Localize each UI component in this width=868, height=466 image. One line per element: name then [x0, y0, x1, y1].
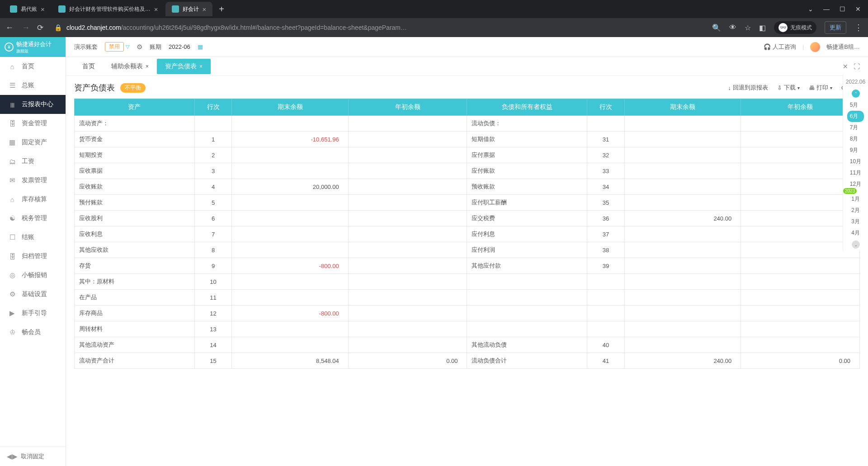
table-row[interactable]: 应收账款 4 20,000.00 预收账款 34 — [75, 179, 860, 195]
cell-begin-balance2 — [741, 258, 860, 274]
app-logo[interactable]: ¥ 畅捷通好会计 旗舰版 — [0, 37, 66, 57]
support-link[interactable]: 🎧 人工咨询 — [764, 43, 796, 51]
cell-begin-balance — [348, 226, 467, 242]
table-row[interactable]: 流动资产合计 15 8,548.04 0.00 流动负债合计 41 240.00… — [75, 353, 860, 369]
close-icon[interactable]: × — [203, 5, 207, 13]
month-item[interactable]: 5月 — [847, 99, 864, 111]
close-icon[interactable]: × — [199, 63, 203, 70]
page-tab[interactable]: 辅助余额表× — [103, 59, 157, 74]
month-item[interactable]: 3月 — [849, 216, 863, 227]
cell-liab: 应付利息 — [467, 226, 587, 242]
cell-begin-balance2 — [741, 321, 860, 337]
table-row[interactable]: 其中：原材料 10 — [75, 274, 860, 290]
reload-icon[interactable]: ⟳ — [37, 23, 43, 33]
bookmark-icon[interactable]: ☆ — [745, 24, 751, 32]
month-item[interactable]: 10月 — [847, 156, 864, 167]
month-item[interactable]: 7月 — [847, 122, 864, 133]
avatar[interactable] — [810, 42, 820, 52]
print-button[interactable]: 🖶打印▾ — [809, 84, 832, 92]
browser-tab-active[interactable]: 好会计 × — [165, 2, 213, 16]
table-row[interactable]: 应收票据 3 应付账款 33 — [75, 163, 860, 179]
sidebar-item[interactable]: 🗂工资 — [0, 152, 66, 171]
close-icon[interactable]: × — [154, 5, 158, 13]
account-name[interactable]: 演示账套 — [74, 43, 98, 51]
sidebar-item[interactable]: ▶新手引导 — [0, 304, 66, 323]
cell-begin-balance — [348, 211, 467, 226]
table-container[interactable]: 资产 行次 期末余额 年初余额 负债和所有者权益 行次 期末余额 年初余额 流动… — [66, 99, 868, 466]
address-bar[interactable]: 🔒 cloud2.chanjet.com/accounting/uh26t264… — [51, 24, 705, 31]
gear-icon[interactable]: ⚙ — [137, 43, 142, 51]
month-item[interactable]: 9月 — [847, 145, 864, 156]
eye-off-icon[interactable]: 👁 — [729, 24, 736, 32]
download-button[interactable]: ⇩下载▾ — [777, 84, 800, 92]
calendar-icon[interactable]: ▦ — [198, 43, 203, 50]
close-window-icon[interactable]: ✕ — [855, 5, 861, 13]
month-item[interactable]: 4月 — [849, 227, 863, 239]
month-item[interactable]: 6月 — [847, 111, 864, 122]
page-tab[interactable]: 首页 — [74, 59, 103, 74]
revert-button[interactable]: ↓回退到原报表 — [728, 84, 769, 92]
minimize-icon[interactable]: ― — [823, 5, 830, 13]
back-icon[interactable]: ← — [5, 23, 14, 33]
extension-icon[interactable]: ◧ — [759, 24, 766, 32]
scroll-down-icon[interactable]: ⌄ — [852, 240, 860, 249]
scroll-up-icon[interactable]: ⌃ — [852, 89, 860, 98]
table-row[interactable]: 存货 9 -800.00 其他应付款 39 — [75, 258, 860, 274]
sidebar-item[interactable]: 🗄资金管理 — [0, 114, 66, 133]
sidebar-item[interactable]: ☐结账 — [0, 228, 66, 247]
cell-asset: 其他应收款 — [75, 242, 195, 258]
table-row[interactable]: 短期投资 2 应付票据 32 — [75, 147, 860, 163]
update-button[interactable]: 更新 — [825, 21, 846, 34]
chevron-down-icon[interactable]: ▽ — [126, 44, 129, 50]
table-row[interactable]: 其他流动资产 14 其他流动负债 40 — [75, 337, 860, 353]
sidebar-item[interactable]: ▦固定资产 — [0, 133, 66, 152]
more-icon[interactable]: ⋮ — [854, 23, 863, 33]
search-icon[interactable]: 🔍 — [712, 24, 721, 32]
logo-text: 畅捷通好会计 — [16, 40, 52, 48]
disabled-badge[interactable]: 禁用 — [105, 42, 124, 52]
close-icon[interactable]: × — [41, 5, 45, 13]
month-item[interactable]: 1月 — [849, 193, 863, 205]
month-item[interactable]: 8月 — [847, 133, 864, 145]
sidebar-item[interactable]: 🗄归档管理 — [0, 247, 66, 266]
sidebar-item[interactable]: ⚙基础设置 — [0, 285, 66, 304]
month-item[interactable]: 11月 — [847, 167, 864, 179]
sidebar-item[interactable]: ⫼云报表中心 — [0, 95, 66, 114]
sidebar-item[interactable]: ◎小畅报销 — [0, 266, 66, 285]
fullscreen-icon[interactable]: ⛶ — [854, 63, 860, 70]
table-row[interactable]: 流动资产： 流动负债： — [75, 116, 860, 132]
chevron-down-icon[interactable]: ⌄ — [808, 5, 813, 13]
sidebar-item[interactable]: ☰总账 — [0, 76, 66, 95]
user-label[interactable]: 畅捷通B组… — [826, 43, 860, 51]
table-row[interactable]: 库存商品 12 -800.00 — [75, 306, 860, 321]
tab-favicon — [172, 5, 179, 13]
sidebar-item[interactable]: ⌂库存核算 — [0, 190, 66, 209]
table-row[interactable]: 在产品 11 — [75, 290, 860, 306]
cell-asset: 周转材料 — [75, 321, 195, 337]
sidebar-item[interactable]: ✉发票管理 — [0, 171, 66, 190]
sidebar-item[interactable]: ♔畅会员 — [0, 323, 66, 342]
cell-begin-balance2 — [741, 179, 860, 195]
table-row[interactable]: 应收利息 7 应付利息 37 — [75, 226, 860, 242]
forward-icon[interactable]: → — [22, 23, 30, 33]
browser-tab[interactable]: 好会计财务管理软件购买价格及… × — [52, 2, 165, 16]
table-row[interactable]: 周转材料 13 — [75, 321, 860, 337]
month-navigator: 2022.06 ⌃ 5月6月7月8月9月10月11月12月 2023 1月2月3… — [843, 74, 868, 251]
table-row[interactable]: 应收股利 6 应交税费 36 240.00 — [75, 211, 860, 226]
table-row[interactable]: 预付账款 5 应付职工薪酬 35 — [75, 195, 860, 211]
period-value[interactable]: 2022-06 — [169, 43, 190, 50]
browser-tab[interactable]: 易代账 × — [4, 2, 51, 16]
table-row[interactable]: 其他应收款 8 应付利润 38 — [75, 242, 860, 258]
sidebar-item[interactable]: ☯税务管理 — [0, 209, 66, 228]
maximize-icon[interactable]: ☐ — [840, 5, 845, 13]
table-row[interactable]: 货币资金 1 -10,651.96 短期借款 31 — [75, 132, 860, 147]
sidebar-item[interactable]: ⌂首页 — [0, 57, 66, 76]
cell-row: 3 — [194, 163, 232, 179]
month-item[interactable]: 2月 — [849, 205, 863, 216]
close-icon[interactable]: × — [146, 63, 149, 70]
nav-icon: ▶ — [8, 309, 16, 317]
close-all-icon[interactable]: ✕ — [843, 63, 848, 70]
new-tab-button[interactable]: + — [213, 4, 230, 14]
sidebar-footer-unpin[interactable]: ◀▶ 取消固定 — [0, 447, 66, 466]
page-tab[interactable]: 资产负债表× — [157, 59, 211, 74]
